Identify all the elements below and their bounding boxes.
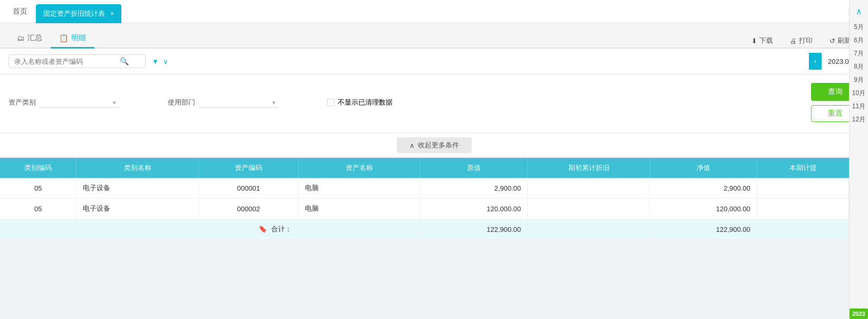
collapse-label: 收起更多条件: [418, 140, 459, 150]
asset-type-select-wrap[interactable]: ▼: [40, 97, 119, 108]
col-original-value: 原值: [421, 158, 528, 178]
search-bar: 🔍 ▼ ∨ › 2023.01: [0, 49, 868, 74]
cell-cat-name: 电子设备: [77, 199, 199, 219]
cell-asset-code: 000002: [199, 199, 298, 219]
collapse-button[interactable]: ∧ 收起更多条件: [397, 137, 472, 153]
asset-type-field: 资产类别 ▼: [8, 97, 119, 108]
search-input[interactable]: [14, 58, 120, 65]
tab-bar: 🗂 汇总 📋 明细 ⬇ 下载 🖨 打印 ↺ 刷新: [0, 23, 868, 49]
date-nav-arrow[interactable]: ›: [809, 53, 822, 70]
cell-asset-name: 电脑: [298, 199, 421, 219]
month-item[interactable]: 6月: [851, 34, 866, 47]
nav-tab-label: 固定资产折旧统计表: [43, 9, 105, 18]
filter-panel: 资产类别 ▼ 使用部门 ▼ 不显示已清理数据 查询: [0, 74, 868, 133]
total-accum-depr: [528, 219, 650, 240]
department-select-wrap[interactable]: ▼: [199, 97, 279, 108]
asset-type-label: 资产类别: [8, 98, 36, 107]
col-asset-name: 资产名称: [298, 158, 421, 178]
col-net-value: 净值: [650, 158, 757, 178]
month-item[interactable]: 11月: [851, 100, 866, 113]
toolbar: ⬇ 下载 🖨 打印 ↺ 刷新: [743, 34, 860, 48]
hide-cleared-label: 不显示已清理数据: [338, 98, 393, 107]
nav-tab-close[interactable]: ×: [110, 10, 114, 17]
col-cat-code: 类别编码: [0, 158, 77, 178]
tab-detail-label: 明细: [71, 33, 86, 43]
filter-icon: ▼: [152, 58, 159, 65]
total-row: 🔖 合计： 122,900.00 122,900.00: [0, 219, 849, 240]
summary-icon: 🗂: [17, 34, 24, 42]
col-accum-depr: 期初累计折旧: [528, 158, 650, 178]
nav-tab-fixed-assets[interactable]: 固定资产折旧统计表 ×: [36, 4, 121, 23]
total-asset-name: [298, 219, 421, 240]
table-header-row: 类别编码 类别名称 资产编码 资产名称 原值 期初累计折旧 净值 本期计提: [0, 158, 849, 178]
tab-detail[interactable]: 📋 明细: [51, 29, 94, 49]
col-current-depr: 本期计提: [757, 158, 849, 178]
collapse-bar: ∧ 收起更多条件: [0, 133, 868, 158]
refresh-button[interactable]: ↺ 刷新: [829, 36, 851, 45]
month-list: 5月6月7月8月9月10月11月12月: [851, 21, 866, 126]
cell-original-value: 120,000.00: [421, 199, 528, 219]
department-field: 使用部门 ▼: [168, 97, 279, 108]
tab-summary[interactable]: 🗂 汇总: [8, 29, 51, 49]
cell-original-value: 2,900.00: [421, 178, 528, 199]
hide-cleared-group: 不显示已清理数据: [327, 98, 393, 107]
table-row[interactable]: 05 电子设备 000001 电脑 2,900.00 2,900.00: [0, 178, 849, 199]
cell-net-value: 120,000.00: [650, 199, 757, 219]
download-label: 下载: [759, 36, 773, 45]
scroll-up-icon[interactable]: ∧: [854, 4, 864, 18]
cell-cat-name: 电子设备: [77, 178, 199, 199]
col-cat-name: 类别名称: [77, 158, 199, 178]
total-current-depr: [757, 219, 849, 240]
asset-type-select[interactable]: [40, 97, 119, 108]
print-button[interactable]: 🖨 打印: [790, 36, 813, 45]
table-row[interactable]: 05 电子设备 000002 电脑 120,000.00 120,000.00: [0, 199, 849, 219]
nav-home[interactable]: 首页: [8, 5, 32, 18]
filter-row: 资产类别 ▼ 使用部门 ▼ 不显示已清理数据 查询: [8, 83, 860, 122]
search-input-wrap[interactable]: 🔍: [8, 54, 146, 68]
cell-accum-depr: [528, 199, 650, 219]
more-conditions-button[interactable]: ▼ ∨: [152, 58, 168, 65]
cell-net-value: 2,900.00: [650, 178, 757, 199]
year-badge[interactable]: 2023: [850, 308, 868, 319]
refresh-icon: ↺: [829, 37, 835, 45]
hide-cleared-checkbox[interactable]: [327, 99, 335, 106]
month-item[interactable]: 9月: [851, 73, 866, 87]
cell-accum-depr: [528, 178, 650, 199]
cell-cat-code: 05: [0, 199, 77, 219]
total-label: 🔖 合计：: [0, 219, 298, 240]
col-asset-code: 资产编码: [199, 158, 298, 178]
right-panel: ∧ 5月6月7月8月9月10月11月12月 2023: [849, 0, 868, 319]
data-table-wrap: 类别编码 类别名称 资产编码 资产名称 原值 期初累计折旧 净值 本期计提 05…: [0, 158, 849, 240]
month-item[interactable]: 12月: [851, 113, 866, 126]
detail-icon: 📋: [59, 34, 68, 42]
download-icon: ⬇: [751, 37, 757, 45]
cell-current-depr: [757, 178, 849, 199]
department-label: 使用部门: [168, 98, 195, 107]
top-nav: 首页 固定资产折旧统计表 × ✕: [0, 0, 868, 23]
month-item[interactable]: 10月: [851, 87, 866, 100]
chevron-down-icon: ∨: [163, 58, 168, 65]
cell-asset-name: 电脑: [298, 178, 421, 199]
cell-cat-code: 05: [0, 178, 77, 199]
month-item[interactable]: 7月: [851, 47, 866, 60]
print-label: 打印: [799, 36, 813, 45]
month-item[interactable]: 5月: [851, 21, 866, 34]
cell-asset-code: 000001: [199, 178, 298, 199]
total-icon: 🔖: [259, 225, 267, 233]
total-original-value: 122,900.00: [421, 219, 528, 240]
download-button[interactable]: ⬇ 下载: [751, 36, 773, 45]
tab-summary-label: 汇总: [27, 33, 42, 43]
month-item[interactable]: 8月: [851, 60, 866, 73]
print-icon: 🖨: [790, 37, 797, 45]
cell-current-depr: [757, 199, 849, 219]
search-icon[interactable]: 🔍: [120, 57, 129, 65]
data-table: 类别编码 类别名称 资产编码 资产名称 原值 期初累计折旧 净值 本期计提 05…: [0, 158, 849, 240]
total-net-value: 122,900.00: [650, 219, 757, 240]
department-select[interactable]: [199, 97, 279, 108]
collapse-icon: ∧: [409, 142, 415, 149]
